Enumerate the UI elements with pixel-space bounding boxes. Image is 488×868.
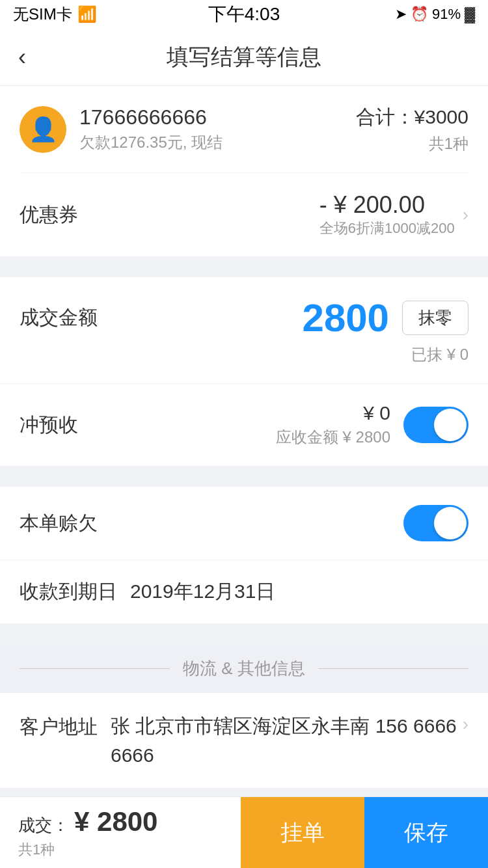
logistics-line-left [20, 668, 170, 669]
deal-amount-value: 2800 [303, 295, 389, 340]
customer-sub: 欠款1276.35元, 现结 [79, 132, 223, 153]
debt-toggle[interactable] [403, 505, 468, 541]
location-icon: ➤ [395, 6, 407, 23]
precharge-toggle[interactable] [403, 407, 468, 443]
deal-section: 成交金额 2800 抹零 已抹 ¥ 0 [0, 277, 488, 383]
section-gap-1 [0, 267, 488, 277]
bottom-deal-amount: ¥ 2800 [74, 806, 157, 837]
customer-card: 👤 17666666666 欠款1276.35元, 现结 合计：¥3000 共1… [0, 86, 488, 256]
coupon-row[interactable]: 优惠券 - ¥ 200.00 全场6折满1000减200 › [0, 173, 488, 256]
deal-label: 成交金额 [20, 305, 98, 331]
precharge-section: 冲预收 ¥ 0 应收金额 ¥ 2800 [0, 383, 488, 466]
customer-info: 17666666666 欠款1276.35元, 现结 [79, 105, 223, 153]
coupon-label: 优惠券 [20, 202, 78, 228]
status-time: 下午4:03 [208, 2, 280, 27]
carrier-text: 无SIM卡 [13, 4, 72, 25]
coupon-sub: 全场6折满1000减200 [319, 219, 455, 238]
section-gap-2 [0, 476, 488, 487]
address-label: 客户地址 [20, 714, 98, 740]
customer-left: 👤 17666666666 欠款1276.35元, 现结 [20, 105, 223, 153]
precharge-amount: ¥ 0 [276, 402, 390, 424]
hang-button[interactable]: 挂单 [241, 797, 364, 868]
precharge-sub: 应收金额 ¥ 2800 [276, 427, 390, 448]
precharge-right: ¥ 0 应收金额 ¥ 2800 [276, 402, 468, 448]
customer-count: 共1种 [356, 133, 468, 154]
deal-amount-card: 成交金额 2800 抹零 已抹 ¥ 0 冲预收 ¥ 0 应收金额 ¥ 2800 [0, 277, 488, 466]
bottom-deal-row: 成交： ¥ 2800 [18, 806, 223, 837]
logistics-section: 物流 & 其他信息 [0, 644, 488, 693]
bottom-bar: 成交： ¥ 2800 共1种 挂单 保存 [0, 796, 488, 868]
customer-total: 合计：¥3000 [356, 104, 468, 131]
duedate-label: 收款到期日 [20, 578, 117, 605]
coupon-right: - ¥ 200.00 全场6折满1000减200 › [319, 191, 468, 238]
page-title: 填写结算等信息 [167, 42, 321, 72]
duedate-section: 收款到期日 2019年12月31日 [0, 560, 488, 623]
alarm-icon: ⏰ [411, 6, 428, 23]
battery-icon: ▓ [465, 6, 475, 23]
debt-label: 本单赊欠 [20, 510, 98, 537]
nav-bar: ‹ 填写结算等信息 [0, 29, 488, 86]
round-button[interactable]: 抹零 [402, 301, 468, 335]
customer-right: 合计：¥3000 共1种 [356, 104, 468, 154]
logistics-line-right [318, 668, 468, 669]
address-row[interactable]: 客户地址 张 北京市市辖区海淀区永丰南 156 6666 6666 › [0, 693, 488, 788]
content: 👤 17666666666 欠款1276.35元, 现结 合计：¥3000 共1… [0, 86, 488, 868]
deal-right: 2800 抹零 [303, 295, 468, 340]
deal-row: 成交金额 2800 抹零 [20, 295, 468, 340]
bottom-count: 共1种 [18, 840, 223, 860]
save-button[interactable]: 保存 [364, 797, 488, 868]
bottom-summary: 成交： ¥ 2800 共1种 [0, 797, 241, 868]
precharge-values: ¥ 0 应收金额 ¥ 2800 [276, 402, 390, 448]
battery-text: 91% [432, 6, 461, 23]
customer-row: 👤 17666666666 欠款1276.35元, 现结 合计：¥3000 共1… [0, 86, 488, 172]
wifi-icon: 📶 [77, 5, 97, 23]
address-arrow-icon: › [463, 714, 468, 735]
status-left: 无SIM卡 📶 [13, 4, 97, 25]
logistics-label: 物流 & 其他信息 [183, 657, 305, 680]
deal-sub: 已抹 ¥ 0 [20, 344, 468, 365]
address-value: 张 北京市市辖区海淀区永丰南 156 6666 6666 [111, 711, 463, 770]
coupon-amount: - ¥ 200.00 [319, 191, 455, 219]
avatar-icon: 👤 [29, 116, 58, 143]
duedate-value: 2019年12月31日 [130, 578, 275, 605]
status-bar: 无SIM卡 📶 下午4:03 ➤ ⏰ 91% ▓ [0, 0, 488, 29]
bottom-deal-label: 成交： [18, 814, 69, 837]
section-gap-3 [0, 634, 488, 644]
avatar: 👤 [20, 106, 66, 153]
customer-phone: 17666666666 [79, 105, 223, 129]
precharge-label: 冲预收 [20, 412, 78, 439]
debt-card: 本单赊欠 收款到期日 2019年12月31日 [0, 487, 488, 623]
precharge-row: 冲预收 ¥ 0 应收金额 ¥ 2800 [20, 402, 468, 448]
coupon-arrow-icon: › [463, 204, 468, 225]
back-button[interactable]: ‹ [18, 44, 26, 71]
address-card: 客户地址 张 北京市市辖区海淀区永丰南 156 6666 6666 › [0, 693, 488, 788]
status-right: ➤ ⏰ 91% ▓ [395, 6, 475, 23]
debt-section: 本单赊欠 [0, 487, 488, 560]
